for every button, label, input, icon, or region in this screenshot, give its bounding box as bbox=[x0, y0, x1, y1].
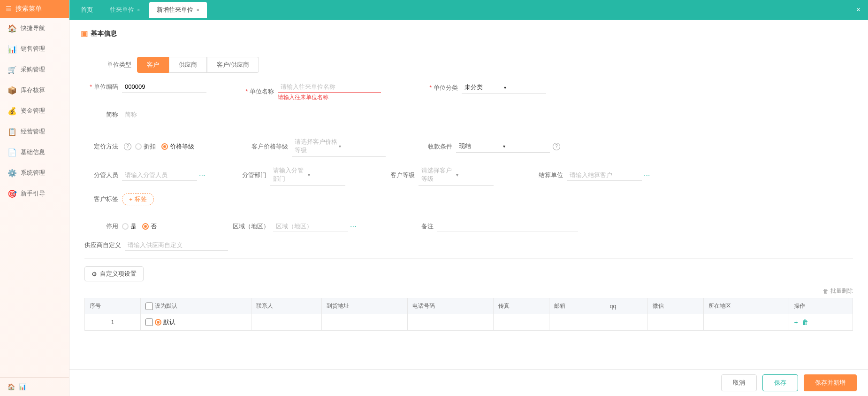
cell-address bbox=[322, 314, 408, 331]
unit-code-input[interactable] bbox=[122, 81, 206, 93]
contacts-table: 序号 设为默认 联系人 到货地址 电话号码 传真 邮箱 qq bbox=[84, 298, 853, 331]
field-disabled: 停用 是 否 bbox=[84, 222, 225, 231]
delete-row-icon[interactable]: 🗑 bbox=[802, 318, 808, 326]
footer-bar: 取消 保存 保存并新增 bbox=[69, 369, 868, 396]
new-guide-icon: 🎯 bbox=[8, 189, 17, 198]
payment-terms-help-icon[interactable]: ? bbox=[553, 143, 560, 150]
sidebar-label-operations: 经营管理 bbox=[21, 127, 45, 136]
unit-code-label: 单位编码 bbox=[84, 83, 122, 91]
type-btn-supplier[interactable]: 供应商 bbox=[169, 57, 207, 73]
chevron-down-icon3: ▾ bbox=[503, 144, 547, 149]
short-name-input[interactable] bbox=[122, 109, 206, 120]
sidebar-bottom: 🏠 📊 bbox=[0, 377, 69, 396]
type-btn-both[interactable]: 客户/供应商 bbox=[207, 57, 259, 73]
section-title: 基本信息 bbox=[91, 30, 117, 38]
manager-label: 分管人员 bbox=[84, 171, 122, 179]
pricing-help-icon[interactable]: ? bbox=[124, 143, 131, 150]
unit-type-row: 单位类型 客户 供应商 客户/供应商 bbox=[84, 57, 853, 73]
unit-name-label: * 单位名称 bbox=[240, 87, 278, 96]
form-section: 单位类型 客户 供应商 客户/供应商 单位编码 * 单位名称 请输入往来单位名称 bbox=[81, 57, 857, 331]
tab-partners[interactable]: 往来单位 × bbox=[102, 2, 147, 18]
sidebar-label-system: 系统管理 bbox=[21, 169, 45, 177]
tab-bar: 首页 往来单位 × 新增往来单位 × × bbox=[69, 0, 868, 20]
row-default-radio[interactable]: 默认 bbox=[155, 318, 175, 326]
save-button[interactable]: 保存 bbox=[762, 374, 798, 391]
row-default-radio-circle bbox=[155, 319, 161, 326]
disabled-label: 停用 bbox=[84, 222, 122, 231]
cell-region bbox=[703, 314, 789, 331]
type-btn-customer[interactable]: 客户 bbox=[137, 57, 169, 73]
sidebar-bottom-icon2[interactable]: 📊 bbox=[19, 383, 26, 390]
disabled-radio-group: 是 否 bbox=[122, 222, 157, 231]
customer-level-select[interactable]: 请选择客户等级 ▾ bbox=[419, 164, 494, 186]
field-customer-tag: 客户标签 + 标签 bbox=[84, 193, 225, 205]
radio-discount[interactable]: 折扣 bbox=[135, 142, 156, 151]
tab-partners-close[interactable]: × bbox=[137, 7, 140, 13]
sidebar-item-new-guide[interactable]: 🎯 新手引导 bbox=[0, 183, 69, 204]
sidebar-item-quick-nav[interactable]: 🏠 快捷导航 bbox=[0, 18, 69, 39]
remark-input[interactable] bbox=[437, 221, 578, 232]
field-pricing-method: 定价方法 ? 折扣 价格等级 bbox=[84, 142, 244, 151]
sidebar-item-operations[interactable]: 📋 经营管理 bbox=[0, 121, 69, 142]
manager-dots-btn[interactable]: ··· bbox=[197, 171, 207, 179]
section-icon: ▣ bbox=[81, 29, 88, 38]
chevron-down-icon: ▾ bbox=[504, 85, 543, 90]
sidebar-item-purchase[interactable]: 🛒 采购管理 bbox=[0, 59, 69, 80]
tag-plus-icon: + bbox=[129, 196, 133, 203]
region-input[interactable] bbox=[273, 221, 348, 232]
sidebar-item-finance[interactable]: 💰 资金管理 bbox=[0, 101, 69, 121]
col-default: 设为默认 bbox=[141, 298, 251, 314]
sidebar-label-sales: 销售管理 bbox=[21, 45, 45, 53]
tab-home[interactable]: 首页 bbox=[73, 2, 100, 18]
field-unit-category: * 单位分类 未分类 ▾ bbox=[424, 81, 853, 94]
save-add-button[interactable]: 保存并新增 bbox=[804, 374, 857, 391]
radio-no-circle bbox=[142, 223, 149, 230]
batch-delete-label: 批量删除 bbox=[830, 287, 853, 295]
tab-bar-close-all[interactable]: × bbox=[853, 4, 864, 16]
settlement-unit-label: 结算单位 bbox=[529, 171, 567, 179]
sidebar-search[interactable]: ☰ 搜索菜单 bbox=[0, 0, 69, 18]
select-all-checkbox[interactable] bbox=[145, 303, 153, 310]
batch-delete-btn[interactable]: 🗑 批量删除 bbox=[823, 287, 853, 295]
sidebar-bottom-icon1[interactable]: 🏠 bbox=[8, 383, 15, 390]
add-row-icon[interactable]: + bbox=[794, 318, 798, 326]
sidebar-item-system[interactable]: ⚙️ 系统管理 bbox=[0, 163, 69, 183]
customer-tag-label: 客户标签 bbox=[84, 195, 122, 203]
radio-price-level[interactable]: 价格等级 bbox=[161, 142, 194, 151]
dept-select[interactable]: 请输入分管部门 ▾ bbox=[270, 164, 345, 186]
unit-category-select[interactable]: 未分类 ▾ bbox=[462, 81, 546, 94]
cell-phone bbox=[408, 314, 494, 331]
main-area: 首页 往来单位 × 新增往来单位 × × ▣ 基本信息 单位类型 客户 供应商 bbox=[69, 0, 868, 396]
field-unit-name: * 单位名称 请输入往来单位名称 bbox=[240, 81, 409, 101]
customer-price-level-select[interactable]: 请选择客户价格等级 ▾ bbox=[292, 136, 386, 157]
cancel-button[interactable]: 取消 bbox=[721, 374, 757, 391]
manager-input[interactable] bbox=[122, 170, 197, 181]
field-unit-code: 单位编码 bbox=[84, 81, 225, 93]
supplier-custom-input[interactable] bbox=[125, 240, 228, 251]
tag-add-btn[interactable]: + 标签 bbox=[122, 193, 154, 205]
tab-new-partner-close[interactable]: × bbox=[196, 7, 199, 13]
field-customer-level: 客户等级 请选择客户等级 ▾ bbox=[381, 164, 522, 186]
content-area: ▣ 基本信息 单位类型 客户 供应商 客户/供应商 单位编码 * 单位名称 bbox=[69, 20, 868, 369]
settlement-unit-dots-btn[interactable]: ··· bbox=[642, 171, 652, 179]
sidebar-item-sales[interactable]: 📊 销售管理 bbox=[0, 39, 69, 59]
sidebar-label-basic-info: 基础信息 bbox=[21, 148, 45, 156]
chevron-down-icon2: ▾ bbox=[339, 144, 383, 149]
settlement-unit-input[interactable] bbox=[567, 170, 642, 181]
field-manager: 分管人员 ··· bbox=[84, 170, 225, 181]
unit-name-input[interactable] bbox=[278, 81, 381, 93]
form-row-1: 单位编码 * 单位名称 请输入往来单位名称 * 单位分类 未分类 bbox=[84, 81, 853, 101]
sidebar-item-basic-info[interactable]: 📄 基础信息 bbox=[0, 142, 69, 163]
custom-settings-btn[interactable]: ⚙ 自定义项设置 bbox=[84, 266, 144, 281]
field-customer-price-level: 客户价格等级 请选择客户价格等级 ▾ bbox=[251, 136, 411, 157]
radio-no[interactable]: 否 bbox=[142, 222, 157, 231]
tab-new-partner[interactable]: 新增往来单位 × bbox=[149, 2, 206, 18]
payment-terms-select[interactable]: 现结 ▾ bbox=[456, 140, 550, 153]
remark-label: 备注 bbox=[400, 222, 437, 231]
row-checkbox[interactable] bbox=[145, 318, 153, 326]
radio-discount-label: 折扣 bbox=[144, 142, 156, 151]
sidebar-item-inventory[interactable]: 📦 库存核算 bbox=[0, 80, 69, 101]
region-dots-btn[interactable]: ··· bbox=[348, 222, 358, 231]
dept-label: 分管部门 bbox=[233, 171, 270, 179]
radio-yes[interactable]: 是 bbox=[122, 222, 137, 231]
